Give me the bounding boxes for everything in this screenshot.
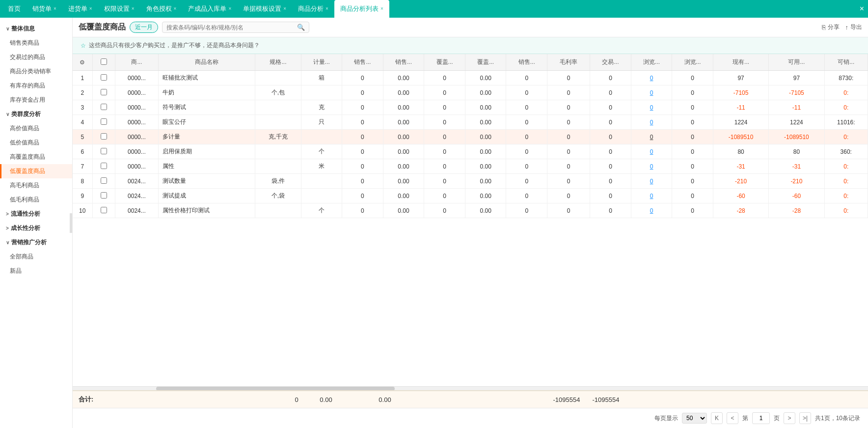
per-page-select[interactable]: 50 100 200 [682, 413, 707, 424]
sidebar-item-category-rate[interactable]: 商品分类动销率 [0, 64, 72, 79]
nav-tab-product-analysis[interactable]: 商品分析 × [292, 0, 334, 18]
sidebar-item-all-products[interactable]: 全部商品 [0, 250, 72, 264]
sidebar-item-sales-products[interactable]: 销售类商品 [0, 36, 72, 50]
row-browse1[interactable]: 0 [631, 159, 672, 174]
th-gross[interactable]: 毛利率 [547, 54, 590, 71]
th-stock1[interactable]: 现有... [713, 54, 768, 71]
sidebar-section-overview[interactable]: ∨ 整体信息 [0, 22, 72, 36]
nav-tab-template[interactable]: 单据模板设置 × [237, 0, 292, 18]
sidebar-item-low-value[interactable]: 低价值商品 [0, 136, 72, 150]
first-page-button[interactable]: K [711, 412, 723, 424]
th-name[interactable]: 商品名称 [159, 54, 255, 71]
row-checkbox[interactable] [92, 189, 115, 203]
row-unit [301, 189, 342, 203]
footer-stock2: -1095554 [586, 396, 625, 403]
row-checkbox[interactable] [92, 100, 115, 115]
close-icon[interactable]: × [54, 0, 56, 18]
row-browse1[interactable]: 0 [631, 86, 672, 100]
row-cover1: 0 [424, 159, 465, 174]
nav-tab-role-auth[interactable]: 角色授权 × [140, 0, 183, 18]
nav-tab-product-in[interactable]: 产成品入库单 × [182, 0, 237, 18]
prev-page-button[interactable]: < [727, 412, 738, 424]
nav-tab-permissions[interactable]: 权限设置 × [98, 0, 140, 18]
row-checkbox[interactable] [92, 71, 115, 86]
row-browse1[interactable]: 0 [631, 174, 672, 189]
th-trade[interactable]: 交易... [590, 54, 631, 71]
row-checkbox[interactable] [92, 174, 115, 189]
row-browse1[interactable]: 0 [631, 130, 672, 144]
close-icon[interactable]: × [283, 0, 286, 18]
th-sales3[interactable]: 销售... [506, 54, 547, 71]
sidebar-section-group[interactable]: ∨ 类群度分析 [0, 107, 72, 121]
th-unit[interactable]: 计量... [301, 54, 342, 71]
row-browse1[interactable]: 0 [631, 189, 672, 203]
sidebar-item-high-profit[interactable]: 高毛利商品 [0, 178, 72, 193]
filter-button[interactable]: 近一月 [130, 22, 158, 33]
th-cover1[interactable]: 覆盖... [424, 54, 465, 71]
row-browse1[interactable]: 0 [631, 144, 672, 159]
row-checkbox[interactable] [92, 130, 115, 144]
sidebar-item-in-stock[interactable]: 有库存的商品 [0, 79, 72, 93]
sidebar-item-new-products[interactable]: 新品 [0, 264, 72, 278]
nav-tab-sales[interactable]: 销货单 × [27, 0, 62, 18]
row-browse1[interactable]: 0 [631, 100, 672, 115]
share-button[interactable]: ⎘ 分享 [822, 23, 840, 31]
row-gross: 0 [547, 144, 590, 159]
row-browse1[interactable]: 0 [631, 115, 672, 130]
close-icon[interactable]: × [174, 0, 177, 18]
row-name: 启用保质期 [159, 144, 255, 159]
table-container[interactable]: ⚙ 商... 商品名称 规格... 计量... 销售... 销售... 覆盖..… [73, 54, 868, 386]
row-checkbox[interactable] [92, 144, 115, 159]
row-name: 属性 [159, 159, 255, 174]
last-page-button[interactable]: >| [799, 412, 811, 424]
close-icon[interactable]: × [326, 0, 328, 18]
sidebar-item-high-value[interactable]: 高价值商品 [0, 121, 72, 136]
row-checkbox[interactable] [92, 115, 115, 130]
sidebar-item-low-profit[interactable]: 低毛利商品 [0, 193, 72, 207]
th-settings[interactable]: ⚙ [73, 54, 92, 71]
row-browse1[interactable]: 0 [631, 203, 672, 218]
close-icon[interactable]: × [228, 0, 231, 18]
row-code: 0000... [115, 159, 158, 174]
sidebar-section-circulation[interactable]: > 流通性分析 [0, 207, 72, 221]
row-index: 8 [73, 174, 92, 189]
sidebar-item-stock-capital[interactable]: 库存资金占用 [0, 93, 72, 107]
search-input[interactable] [166, 24, 297, 31]
th-stock2[interactable]: 可用... [769, 54, 824, 71]
page-label: 第 [742, 414, 748, 423]
sidebar-section-marketing[interactable]: ∨ 营销推广分析 [0, 235, 72, 250]
sidebar-section-growth[interactable]: > 成长性分析 [0, 221, 72, 235]
nav-tab-purchase[interactable]: 进货单 × [62, 0, 98, 18]
sidebar-item-traded-products[interactable]: 交易过的商品 [0, 50, 72, 64]
row-cover1: 0 [424, 144, 465, 159]
row-browse1[interactable]: 0 [631, 71, 672, 86]
row-checkbox[interactable] [92, 86, 115, 100]
th-sales2[interactable]: 销售... [383, 54, 424, 71]
th-stock3[interactable]: 可销... [824, 54, 868, 71]
close-icon[interactable]: × [89, 0, 92, 18]
select-all-checkbox[interactable] [101, 58, 107, 65]
th-sales1[interactable]: 销售... [342, 54, 383, 71]
th-spec[interactable]: 规格... [255, 54, 301, 71]
th-cover2[interactable]: 覆盖... [465, 54, 506, 71]
nav-tab-product-list[interactable]: 商品分析列表 × [334, 0, 389, 18]
th-browse2[interactable]: 浏览... [672, 54, 713, 71]
row-stock2: 97 [769, 71, 824, 86]
close-icon[interactable]: × [380, 0, 383, 18]
row-gross: 0 [547, 174, 590, 189]
sidebar-item-high-coverage[interactable]: 高覆盖度商品 [0, 150, 72, 164]
page-input[interactable] [752, 412, 770, 424]
horizontal-scrollbar[interactable] [73, 386, 868, 390]
next-page-button[interactable]: > [784, 412, 795, 424]
export-button[interactable]: ↑ 导出 [845, 23, 863, 31]
row-stock3: 0: [824, 189, 868, 203]
th-code[interactable]: 商... [115, 54, 158, 71]
th-browse1[interactable]: 浏览... [631, 54, 672, 71]
nav-tab-home[interactable]: 首页 [2, 0, 27, 18]
sidebar-item-low-coverage[interactable]: 低覆盖度商品 [0, 164, 72, 178]
row-checkbox[interactable] [92, 203, 115, 218]
row-checkbox[interactable] [92, 159, 115, 174]
close-all-button[interactable]: × [860, 0, 864, 18]
th-checkbox[interactable] [92, 54, 115, 71]
close-icon[interactable]: × [132, 0, 135, 18]
